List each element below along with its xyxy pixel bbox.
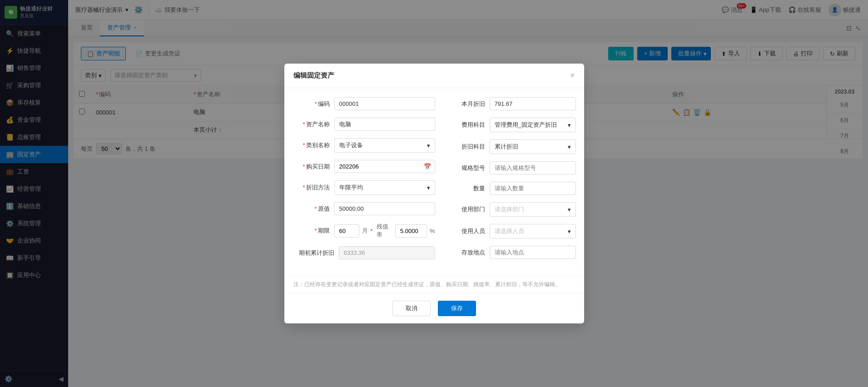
percent-unit: % bbox=[430, 228, 435, 234]
period-months-input[interactable] bbox=[334, 224, 359, 238]
expense-account-icon: ▾ bbox=[568, 122, 571, 129]
edit-asset-modal: 编辑固定资产 × *编码 *资产名称 bbox=[284, 64, 584, 323]
form-row-storage: 存放地点 bbox=[449, 246, 576, 259]
form-row-asset-name: *资产名称 bbox=[293, 118, 435, 131]
form-row-code: *编码 bbox=[293, 97, 435, 110]
period-label: *期限 bbox=[293, 227, 330, 235]
form-row-original-value: *原值 bbox=[293, 202, 435, 215]
user-select-icon: ▾ bbox=[568, 228, 571, 235]
quantity-label: 数量 bbox=[449, 184, 485, 193]
dep-method-label: *折旧方法 bbox=[293, 184, 330, 192]
modal-right-column: 本月折旧 费用科目 管理费用_固定资产折旧 ▾ 折旧科目 累计折旧 bbox=[449, 97, 576, 267]
form-row-dep-account: 折旧科目 累计折旧 ▾ bbox=[449, 139, 576, 154]
modal-title: 编辑固定资产 bbox=[293, 71, 334, 80]
modal-overlay: 编辑固定资产 × *编码 *资产名称 bbox=[0, 0, 868, 387]
spec-model-input[interactable] bbox=[490, 161, 576, 174]
category-select-value: 电子设备 bbox=[339, 141, 363, 149]
modal-note: 注：已经存在变更记录或者对应固定资产已经生成凭证，原值、购买日期、残值率、累计折… bbox=[284, 276, 584, 293]
storage-input[interactable] bbox=[490, 246, 576, 259]
residual-required: * bbox=[371, 228, 373, 234]
use-department-select[interactable]: 请选择部门 ▾ bbox=[490, 202, 576, 217]
use-department-icon: ▾ bbox=[568, 206, 571, 213]
user-label: 使用人员 bbox=[449, 227, 485, 235]
modal-left-column: *编码 *资产名称 *类别名称 电子设备 bbox=[293, 97, 435, 267]
dep-account-label: 折旧科目 bbox=[449, 143, 485, 151]
original-value-input[interactable] bbox=[334, 202, 435, 215]
dep-account-value: 累计折旧 bbox=[495, 143, 518, 151]
dep-method-value: 年限平均 bbox=[339, 184, 363, 192]
form-row-initial-acc-dep: 期初累计折旧 bbox=[293, 246, 435, 259]
dep-method-select[interactable]: 年限平均 ▾ bbox=[334, 180, 435, 195]
form-row-monthly-dep: 本月折旧 bbox=[449, 97, 576, 110]
initial-acc-dep-label: 期初累计折旧 bbox=[293, 249, 334, 257]
quantity-input[interactable] bbox=[490, 182, 576, 195]
user-select[interactable]: 请选择人员 ▾ bbox=[490, 224, 576, 238]
category-label: *类别名称 bbox=[293, 141, 330, 149]
expense-account-select[interactable]: 管理费用_固定资产折旧 ▾ bbox=[490, 118, 576, 132]
dep-account-select[interactable]: 累计折旧 ▾ bbox=[490, 139, 576, 154]
use-department-label: 使用部门 bbox=[449, 205, 485, 213]
dep-method-icon: ▾ bbox=[427, 184, 430, 191]
purchase-date-input[interactable] bbox=[335, 160, 420, 173]
purchase-date-label: *购买日期 bbox=[293, 163, 330, 171]
expense-account-value: 管理费用_固定资产折旧 bbox=[495, 121, 557, 129]
category-select-icon: ▾ bbox=[427, 142, 430, 149]
code-input[interactable] bbox=[334, 97, 435, 110]
modal-header: 编辑固定资产 × bbox=[284, 64, 584, 88]
use-department-placeholder: 请选择部门 bbox=[495, 205, 524, 213]
original-value-label: *原值 bbox=[293, 205, 330, 213]
storage-label: 存放地点 bbox=[449, 248, 485, 257]
residual-rate-input[interactable] bbox=[395, 224, 427, 238]
calendar-icon[interactable]: 📅 bbox=[420, 160, 435, 173]
modal-note-text: 注：已经存在变更记录或者对应固定资产已经生成凭证，原值、购买日期、残值率、累计折… bbox=[293, 281, 560, 288]
modal-close-button[interactable]: × bbox=[570, 71, 575, 80]
form-row-category: *类别名称 电子设备 ▾ bbox=[293, 138, 435, 153]
monthly-dep-input[interactable] bbox=[490, 97, 576, 110]
modal-footer: 取消 保存 bbox=[284, 293, 584, 323]
residual-rate-label: 残值率 bbox=[377, 223, 392, 239]
period-inline: 月 * 残值率 % bbox=[334, 223, 435, 239]
form-row-spec-model: 规格型号 bbox=[449, 161, 576, 174]
initial-acc-dep-input[interactable] bbox=[339, 246, 435, 259]
form-row-use-department: 使用部门 请选择部门 ▾ bbox=[449, 202, 576, 217]
spec-model-label: 规格型号 bbox=[449, 164, 485, 172]
modal-body: *编码 *资产名称 *类别名称 电子设备 bbox=[284, 88, 584, 276]
form-row-dep-method: *折旧方法 年限平均 ▾ bbox=[293, 180, 435, 195]
form-row-purchase-date: *购买日期 📅 bbox=[293, 160, 435, 173]
save-button[interactable]: 保存 bbox=[438, 301, 476, 316]
form-row-quantity: 数量 bbox=[449, 182, 576, 195]
form-row-period: *期限 月 * 残值率 % bbox=[293, 223, 435, 239]
purchase-date-wrapper: 📅 bbox=[334, 160, 435, 173]
asset-name-label: *资产名称 bbox=[293, 120, 330, 129]
form-row-user: 使用人员 请选择人员 ▾ bbox=[449, 224, 576, 238]
form-row-expense-account: 费用科目 管理费用_固定资产折旧 ▾ bbox=[449, 118, 576, 132]
dep-account-icon: ▾ bbox=[568, 144, 571, 150]
months-unit: 月 bbox=[362, 227, 368, 235]
user-placeholder: 请选择人员 bbox=[495, 227, 524, 235]
asset-name-input[interactable] bbox=[334, 118, 435, 131]
code-label: *编码 bbox=[293, 100, 330, 108]
monthly-dep-label: 本月折旧 bbox=[449, 100, 485, 108]
category-select[interactable]: 电子设备 ▾ bbox=[334, 138, 435, 153]
expense-account-label: 费用科目 bbox=[449, 121, 485, 129]
cancel-button[interactable]: 取消 bbox=[392, 301, 431, 316]
